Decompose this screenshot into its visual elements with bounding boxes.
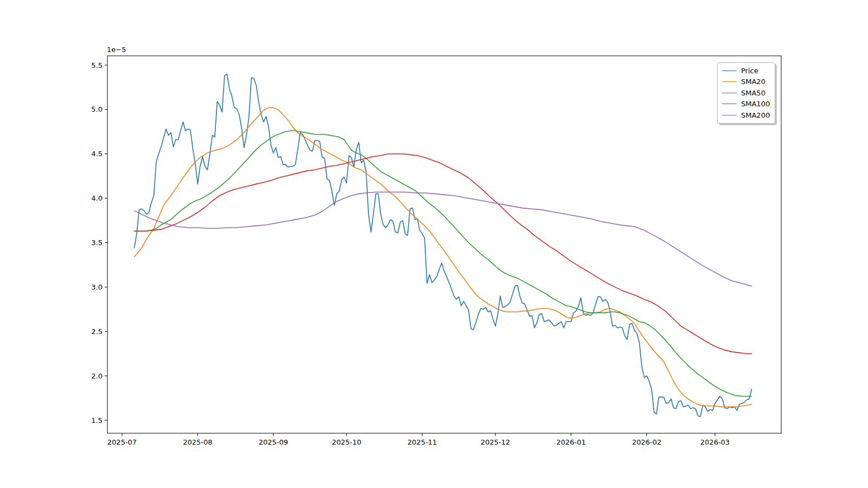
x-tick-label: 2025-10 <box>332 438 361 446</box>
sma20-line <box>135 108 752 407</box>
x-tick-label: 2026-01 <box>556 438 585 446</box>
sma200-line <box>135 192 752 286</box>
x-tick-label: 2025-09 <box>259 438 288 446</box>
legend-line-sample-sma200 <box>722 115 737 115</box>
x-tick-label: 2026-03 <box>700 438 730 446</box>
sma100-line <box>135 154 752 354</box>
legend-item-sma200: SMA200 <box>722 110 770 121</box>
legend-label: SMA200 <box>741 112 770 119</box>
x-tick-label: 2025-12 <box>481 438 510 446</box>
legend-item-sma50: SMA50 <box>722 87 770 99</box>
legend-line-sample-sma100 <box>722 104 737 104</box>
legend-label: Price <box>741 67 758 74</box>
y-tick-label: 5.5 <box>91 61 103 69</box>
legend-label: SMA100 <box>741 100 770 107</box>
x-tick-label: 2026-02 <box>632 438 661 446</box>
legend-item-sma20: SMA20 <box>722 76 770 88</box>
y-tick-label: 3.0 <box>91 283 103 291</box>
y-axis-offset-label: 1e−5 <box>107 46 126 54</box>
legend: PriceSMA20SMA50SMA100SMA200 <box>717 62 775 124</box>
legend-line-sample-sma20 <box>722 81 737 82</box>
axis-ticks <box>105 65 715 436</box>
price-line <box>135 74 752 416</box>
legend-line-sample-sma50 <box>722 93 737 93</box>
axis-tick-labels: 1.52.02.53.03.54.04.55.05.52025-072025-0… <box>91 61 730 447</box>
y-tick-label: 2.5 <box>91 328 103 336</box>
y-tick-label: 4.0 <box>91 194 103 202</box>
legend-label: SMA20 <box>741 78 765 85</box>
y-tick-label: 2.0 <box>91 372 103 380</box>
legend-label: SMA50 <box>741 89 765 97</box>
y-tick-label: 1.5 <box>91 416 103 425</box>
plot-border <box>107 56 781 433</box>
y-tick-label: 5.0 <box>91 105 103 113</box>
x-tick-label: 2025-11 <box>407 438 437 446</box>
y-tick-label: 3.5 <box>91 239 103 247</box>
legend-line-sample-price <box>722 70 737 71</box>
legend-item-price: Price <box>722 65 770 76</box>
y-tick-label: 4.5 <box>91 150 103 158</box>
x-tick-label: 2025-08 <box>183 438 212 446</box>
legend-item-sma100: SMA100 <box>722 99 770 110</box>
x-tick-label: 2025-07 <box>107 438 137 446</box>
figure: 1.52.02.53.03.54.04.55.05.52025-072025-0… <box>0 0 868 488</box>
